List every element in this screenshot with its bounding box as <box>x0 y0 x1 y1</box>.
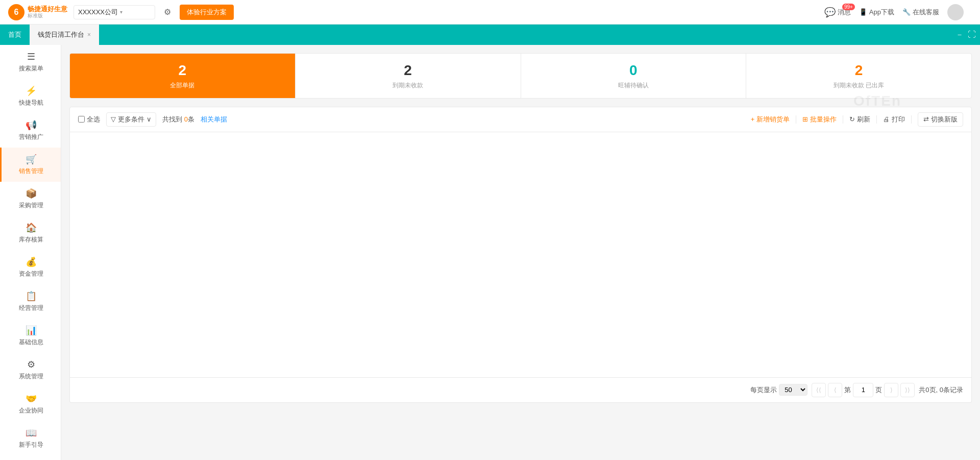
experience-button[interactable]: 体验行业方案 <box>180 5 234 20</box>
tab-workbench[interactable]: 钱货日清工作台 × <box>30 25 99 45</box>
more-filter-button[interactable]: ▽ 更多条件 ∨ <box>106 112 156 127</box>
stat-wangfu-number: 0 <box>531 62 736 79</box>
company-selector[interactable]: XXXXXX公司 ▾ <box>74 5 155 19</box>
stat-card-shipped[interactable]: 2 到期未收款 已出库 <box>746 54 971 98</box>
page-size-select[interactable]: 20 50 100 <box>779 384 807 396</box>
toolbar: 全选 ▽ 更多条件 ∨ 共找到 0条 相关单据 + 新增销货单 ⊞ 批量操作 ↻… <box>69 107 972 132</box>
stat-overdue-number: 2 <box>306 62 510 79</box>
sidebar-item-guide-label: 新手引导 <box>19 441 43 449</box>
sidebar-item-enterprise[interactable]: 🤝 企业协同 <box>0 387 61 421</box>
sidebar-item-operations[interactable]: 📋 经营管理 <box>0 284 61 319</box>
stat-wangfu-label: 旺辅待确认 <box>531 81 736 90</box>
toolbar-right: + 新增销货单 ⊞ 批量操作 ↻ 刷新 🖨 打印 ⇄ 切换新版 <box>751 112 963 127</box>
sidebar-item-basic-info-label: 基础信息 <box>19 338 43 347</box>
company-name: XXXXXX公司 <box>78 8 118 17</box>
operations-icon: 📋 <box>26 290 37 302</box>
first-page-button[interactable]: ⟨⟨ <box>812 383 826 397</box>
filter-dropdown-icon: ∨ <box>146 115 152 123</box>
minimize-icon[interactable]: － <box>955 30 964 40</box>
sidebar-item-inventory-label: 库存核算 <box>19 235 43 244</box>
maximize-icon[interactable]: ⛶ <box>968 30 976 39</box>
sidebar-item-guide[interactable]: 📖 新手引导 <box>0 421 61 455</box>
add-button[interactable]: + 新增销货单 <box>751 115 790 124</box>
inventory-icon: 🏠 <box>26 222 37 233</box>
online-service-button[interactable]: 🔧 在线客服 <box>902 8 939 17</box>
sales-icon: 🛒 <box>26 154 37 165</box>
nav-tabs-actions: － ⛶ <box>955 30 980 40</box>
system-icon: ⚙ <box>27 359 35 370</box>
refresh-icon: ↻ <box>849 115 855 123</box>
prev-page-button[interactable]: ⟨ <box>828 383 842 397</box>
search-icon: ☰ <box>27 51 35 62</box>
stat-card-wangfu[interactable]: 0 旺辅待确认 <box>521 54 747 98</box>
settings-button[interactable]: ⚙ <box>159 4 176 20</box>
refresh-label: 刷新 <box>857 115 870 124</box>
sidebar-item-finance-label: 资金管理 <box>19 270 43 278</box>
sidebar-item-purchase-label: 采购管理 <box>19 201 43 210</box>
refresh-button[interactable]: ↻ 刷新 <box>849 115 870 124</box>
page-input[interactable] <box>853 383 873 397</box>
batch-icon: ⊞ <box>802 115 808 123</box>
sidebar-item-inventory[interactable]: 🏠 库存核算 <box>0 216 61 250</box>
next-page-button[interactable]: ⟩ <box>884 383 898 397</box>
batch-label: 批量操作 <box>810 115 837 124</box>
page-suffix: 页 <box>875 385 882 395</box>
notification-button[interactable]: 💬 消息 99+ <box>824 7 851 18</box>
divider-1 <box>796 115 796 124</box>
total-info: 共0页, 0条记录 <box>919 385 963 395</box>
app-download-icon: 📱 <box>859 8 867 16</box>
batch-button[interactable]: ⊞ 批量操作 <box>802 115 837 124</box>
basic-info-icon: 📊 <box>26 325 37 336</box>
brand-main: 畅捷通好生意 <box>28 5 67 13</box>
top-bar-left: 6 畅捷通好生意 标准版 XXXXXX公司 ▾ ⚙ 体验行业方案 <box>8 4 234 20</box>
sidebar-item-finance[interactable]: 💰 资金管理 <box>0 250 61 284</box>
sidebar-item-basic-info[interactable]: 📊 基础信息 <box>0 319 61 353</box>
sidebar-item-enterprise-label: 企业协同 <box>19 406 43 415</box>
divider-3 <box>876 115 877 124</box>
page-nav: ⟨⟨ ⟨ 第 页 ⟩ ⟩⟩ <box>812 383 915 397</box>
related-link[interactable]: 相关单据 <box>201 115 227 124</box>
select-all-checkbox[interactable]: 全选 <box>78 115 100 124</box>
notification-badge: 99+ <box>842 4 855 10</box>
sidebar-item-quick-nav[interactable]: ⚡ 快捷导航 <box>0 79 61 113</box>
nav-tabs: 首页 钱货日清工作台 × － ⛶ <box>0 25 980 45</box>
online-service-icon: 🔧 <box>902 8 911 16</box>
stat-shipped-number: 2 <box>756 62 961 79</box>
logo-area: 6 畅捷通好生意 标准版 <box>8 4 69 20</box>
sidebar-item-marketing-label: 营销推广 <box>19 133 43 141</box>
sidebar-item-operations-label: 经营管理 <box>19 304 43 312</box>
last-page-button[interactable]: ⟩⟩ <box>900 383 915 397</box>
notification-icon: 💬 <box>824 7 836 18</box>
sidebar-item-sales[interactable]: 🛒 销售管理 <box>0 148 61 182</box>
sidebar-item-sales-label: 销售管理 <box>19 167 43 176</box>
sidebar-item-appstore[interactable]: 📱 应用中心 <box>0 455 61 460</box>
select-all-input[interactable] <box>78 116 85 123</box>
switch-version-button[interactable]: ⇄ 切换新版 <box>918 112 963 127</box>
main-content: 2 全部单据 2 到期未收款 0 旺辅待确认 2 到期未收款 已出库 全选 ▽ … <box>61 45 980 460</box>
found-text: 共找到 0条 <box>162 115 194 124</box>
sidebar-item-search[interactable]: ☰ 搜索菜单 <box>0 45 61 79</box>
select-all-label: 全选 <box>87 115 100 124</box>
sidebar-item-purchase[interactable]: 📦 采购管理 <box>0 182 61 216</box>
close-tab-icon[interactable]: × <box>87 31 91 38</box>
app-download-button[interactable]: 📱 App下载 <box>859 8 894 17</box>
print-label: 打印 <box>892 115 905 124</box>
sidebar-item-quick-nav-label: 快捷导航 <box>19 99 43 107</box>
divider-4 <box>911 115 912 124</box>
pagination: 每页显示 20 50 100 ⟨⟨ ⟨ 第 页 ⟩ ⟩⟩ 共0页, 0条记录 <box>69 378 972 403</box>
print-icon: 🖨 <box>883 115 890 123</box>
sidebar-item-system[interactable]: ⚙ 系统管理 <box>0 353 61 387</box>
logo-icon: 6 <box>8 4 24 20</box>
toolbar-left: 全选 ▽ 更多条件 ∨ 共找到 0条 相关单据 <box>78 112 745 127</box>
brand-sub: 标准版 <box>28 13 67 19</box>
sidebar-item-marketing[interactable]: 📢 营销推广 <box>0 113 61 148</box>
tab-home[interactable]: 首页 <box>0 25 30 45</box>
page-size-selector: 每页显示 20 50 100 <box>750 384 807 396</box>
print-button[interactable]: 🖨 打印 <box>883 115 905 124</box>
stat-overdue-label: 到期未收款 <box>306 81 510 90</box>
table-area <box>69 132 972 378</box>
stat-card-all[interactable]: 2 全部单据 <box>70 54 296 98</box>
stat-all-label: 全部单据 <box>80 81 285 90</box>
stat-card-overdue[interactable]: 2 到期未收款 <box>296 54 521 98</box>
user-avatar[interactable] <box>947 4 964 20</box>
